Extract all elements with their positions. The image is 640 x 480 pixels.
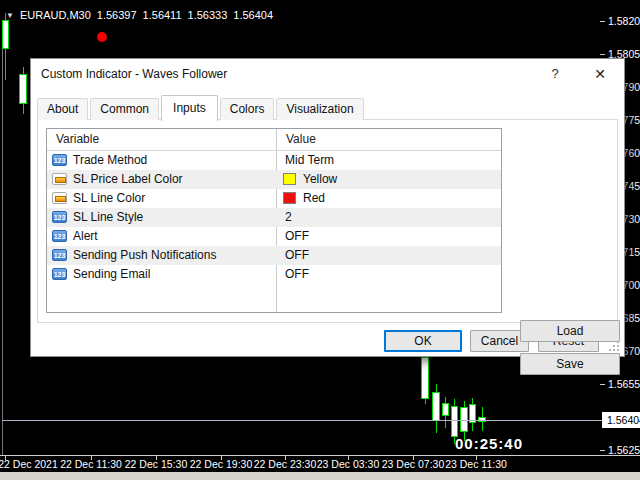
current-price-tag: 1.56404 (602, 412, 640, 428)
numeric-123-icon: 123 (52, 230, 67, 242)
variable-label: SL Price Label Color (73, 170, 183, 189)
indicator-properties-dialog: Custom Indicator - Waves Follower ? ✕ Ab… (30, 58, 625, 357)
color-swatch (283, 192, 296, 204)
price-tick (600, 384, 605, 385)
tab-common[interactable]: Common (90, 98, 159, 120)
time-axis-label: 22 Dec 15:30 (125, 458, 187, 470)
value-text: OFF (285, 265, 309, 284)
variable-cell: 123Alert (47, 227, 276, 246)
quote-close: 1.56404 (233, 9, 273, 21)
value-text: Mid Term (285, 151, 334, 170)
variable-label: Sending Push Notifications (73, 246, 216, 265)
value-cell[interactable]: OFF (277, 265, 501, 284)
value-cell[interactable]: OFF (277, 246, 501, 265)
tab-visualization[interactable]: Visualization (276, 98, 363, 120)
quote-open: 1.56397 (97, 9, 137, 21)
price-axis-label: 1.56250 (608, 444, 640, 456)
close-icon[interactable]: ✕ (590, 64, 610, 84)
variable-cell: SL Price Label Color (47, 170, 276, 189)
table-row[interactable]: 123AlertOFF (47, 227, 501, 246)
tab-colors[interactable]: Colors (220, 98, 275, 120)
price-tick (600, 54, 605, 55)
time-axis-label: 23 Dec 03:30 (317, 458, 379, 470)
parameters-table: Variable Value123Trade MethodMid TermSL … (46, 128, 502, 313)
variable-label: Alert (73, 227, 98, 246)
quote-high: 1.56411 (143, 9, 182, 21)
chevron-down-icon[interactable]: ▼ (6, 11, 14, 20)
help-button[interactable]: ? (546, 65, 564, 83)
table-row[interactable]: 123Trade MethodMid Term (47, 151, 501, 170)
price-tick (600, 21, 605, 22)
value-text: Red (303, 189, 325, 208)
value-cell[interactable]: Yellow (277, 170, 501, 189)
time-axis-label: 22 Dec 2021 (0, 458, 58, 470)
header-value: Value (277, 129, 501, 150)
time-axis-label: 22 Dec 23:30 (254, 458, 316, 470)
tab-inputs[interactable]: Inputs (161, 95, 218, 121)
price-axis-label: 1.56550 (608, 378, 640, 390)
price-tick (600, 450, 605, 451)
bid-price-line (2, 420, 603, 421)
color-icon (52, 173, 67, 185)
inputs-tab-page: Variable Value123Trade MethodMid TermSL … (37, 119, 618, 323)
table-row[interactable]: 123Sending Push NotificationsOFF (47, 246, 501, 265)
numeric-123-icon: 123 (52, 268, 67, 280)
value-cell[interactable]: 2 (277, 208, 501, 227)
load-button[interactable]: Load (520, 320, 620, 342)
tab-about[interactable]: About (37, 98, 88, 120)
chart-left-border (2, 28, 3, 455)
red-dot-marker (97, 32, 107, 42)
price-axis-label: 1.58200 (608, 15, 640, 27)
value-text: 2 (285, 208, 292, 227)
dialog-tabs: AboutCommonInputsColorsVisualization (37, 96, 366, 120)
variable-cell: 123SL Line Style (47, 208, 276, 227)
dialog-titlebar[interactable]: Custom Indicator - Waves Follower ? ✕ (31, 59, 624, 89)
variable-label: SL Line Style (73, 208, 143, 227)
header-variable: Variable (47, 129, 276, 150)
window-bottom-edge (0, 472, 640, 480)
variable-cell: 123Sending Push Notifications (47, 246, 276, 265)
symbol-quote-bar: ▼EURAUD,M301.563971.564111.563331.56404 (6, 9, 279, 21)
value-cell[interactable]: Mid Term (277, 151, 501, 170)
value-text: OFF (285, 227, 309, 246)
numeric-123-icon: 123 (52, 154, 67, 166)
table-row[interactable]: 123Sending EmailOFF (47, 265, 501, 284)
time-axis-border (0, 455, 640, 456)
value-cell[interactable]: OFF (277, 227, 501, 246)
symbol-label: EURAUD,M30 (20, 9, 91, 21)
time-axis-label: 22 Dec 11:30 (60, 458, 122, 470)
time-axis-label: 23 Dec 07:30 (382, 458, 444, 470)
metatrader-window: ▼EURAUD,M301.563971.564111.563331.56404 … (0, 0, 640, 480)
value-cell[interactable]: Red (277, 189, 501, 208)
color-swatch (283, 173, 296, 185)
save-button[interactable]: Save (520, 353, 620, 375)
table-row[interactable]: 123SL Line Style2 (47, 208, 501, 227)
time-axis-label: 23 Dec 11:30 (445, 458, 507, 470)
dialog-title: Custom Indicator - Waves Follower (41, 67, 227, 81)
value-text: Yellow (303, 170, 337, 189)
variable-cell: 123Sending Email (47, 265, 276, 284)
candle-countdown-timer: 00:25:40 (455, 435, 523, 452)
variable-label: SL Line Color (73, 189, 145, 208)
ok-button[interactable]: OK (384, 330, 462, 352)
numeric-123-icon: 123 (52, 249, 67, 261)
table-header-row: Variable Value (47, 129, 501, 151)
variable-label: Sending Email (73, 265, 150, 284)
variable-cell: SL Line Color (47, 189, 276, 208)
color-icon (52, 192, 67, 204)
table-row[interactable]: SL Line ColorRed (47, 189, 501, 208)
time-axis-label: 22 Dec 19:30 (190, 458, 252, 470)
quote-low: 1.56333 (188, 9, 228, 21)
value-text: OFF (285, 246, 309, 265)
table-row[interactable]: SL Price Label ColorYellow (47, 170, 501, 189)
variable-label: Trade Method (73, 151, 147, 170)
variable-cell: 123Trade Method (47, 151, 276, 170)
numeric-123-icon: 123 (52, 211, 67, 223)
resize-grip-icon[interactable] (609, 341, 621, 353)
